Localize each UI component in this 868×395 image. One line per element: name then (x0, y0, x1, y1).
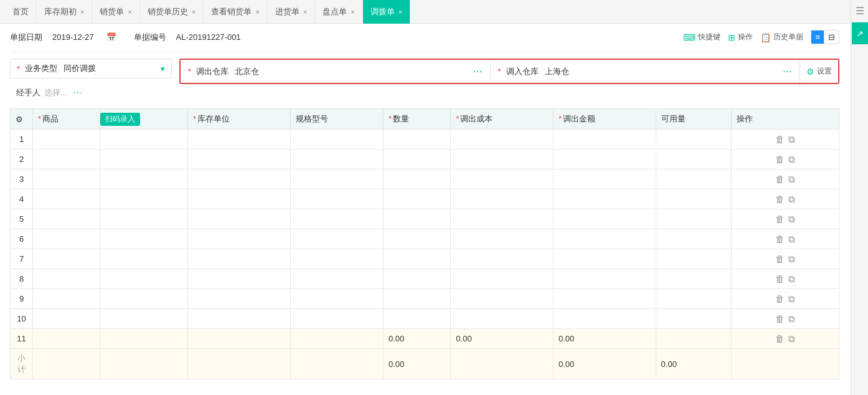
qty-cell-6[interactable] (383, 229, 450, 249)
delete-btn-5[interactable]: 🗑 (775, 214, 785, 224)
qty-cell-8[interactable] (383, 269, 450, 289)
tab-view-sales[interactable]: 查看销货单 × (204, 0, 267, 24)
qty-cell-9[interactable] (383, 289, 450, 309)
copy-btn-2[interactable]: ⧉ (788, 154, 795, 165)
copy-btn-5[interactable]: ⧉ (788, 214, 795, 225)
tab-home[interactable]: 首页 (5, 0, 37, 24)
history-btn[interactable]: 📋 历史单据 (760, 32, 803, 42)
grid-icon: ⊞ (728, 32, 735, 42)
delete-btn-10[interactable]: 🗑 (775, 313, 785, 324)
copy-btn-6[interactable]: ⧉ (788, 234, 795, 245)
spec-cell-6 (290, 229, 383, 249)
amount-cell-8[interactable] (553, 269, 656, 289)
product-cell-5[interactable] (33, 209, 100, 229)
close-tab-sales-history[interactable]: × (192, 8, 196, 16)
operations-btn[interactable]: ⊞ 操作 (728, 32, 753, 42)
copy-btn-4[interactable]: ⧉ (788, 194, 795, 205)
amount-cell-10[interactable] (553, 309, 656, 329)
cost-cell-3[interactable] (451, 169, 554, 189)
list-view-btn[interactable]: ≡ (811, 31, 824, 44)
product-cell-7[interactable] (33, 249, 100, 269)
spec-cell-7 (290, 249, 383, 269)
product-cell-1[interactable] (33, 130, 100, 150)
amount-cell-5[interactable] (553, 209, 656, 229)
tab-sales-history[interactable]: 销货单历史 × (140, 0, 204, 24)
scan-entry-btn[interactable]: 扫码录入 (100, 113, 140, 126)
copy-btn-10[interactable]: ⧉ (788, 313, 795, 325)
qty-cell-5[interactable] (383, 209, 450, 229)
close-tab-inventory-init[interactable]: × (80, 8, 84, 16)
main-content: 单据日期 2019-12-27 📅 单据编号 AL-20191227-001 ⌨… (0, 24, 868, 395)
delete-btn-4[interactable]: 🗑 (775, 194, 785, 204)
delete-btn-11[interactable]: 🗑 (775, 333, 785, 344)
cost-cell-10[interactable] (451, 309, 554, 329)
tab-purchase[interactable]: 进货单 × (268, 0, 315, 24)
cost-cell-4[interactable] (451, 189, 554, 209)
copy-btn-1[interactable]: ⧉ (788, 134, 795, 145)
amount-cell-9[interactable] (553, 289, 656, 309)
copy-btn-9[interactable]: ⧉ (788, 293, 795, 305)
cost-cell-1[interactable] (451, 130, 554, 150)
person-more-btn[interactable]: ··· (73, 87, 82, 98)
amount-cell-4[interactable] (553, 189, 656, 209)
qty-cell-7[interactable] (383, 249, 450, 269)
close-tab-stocktake[interactable]: × (351, 8, 354, 16)
product-cell-9[interactable] (33, 289, 100, 309)
calendar-icon[interactable]: 📅 (106, 32, 116, 42)
close-tab-transfer[interactable]: × (399, 8, 402, 16)
qty-cell-2[interactable] (383, 150, 450, 169)
product-cell-8[interactable] (33, 269, 100, 289)
product-cell-10[interactable] (33, 309, 100, 329)
product-cell-6[interactable] (33, 229, 100, 249)
cost-cell-8[interactable] (451, 269, 554, 289)
close-tab-purchase[interactable]: × (303, 8, 307, 16)
copy-btn-11[interactable]: ⧉ (788, 333, 795, 345)
table-row: 3 🗑 ⧉ (11, 169, 839, 189)
cost-cell-9[interactable] (451, 289, 554, 309)
cost-cell-7[interactable] (451, 249, 554, 269)
qty-cell-1[interactable] (383, 130, 450, 150)
cost-cell-5[interactable] (451, 209, 554, 229)
business-type-dropdown[interactable]: ▾ (161, 64, 165, 74)
tab-sales-order[interactable]: 销货单 × (92, 0, 139, 24)
required-star-in: * (498, 67, 501, 76)
shortcuts-btn[interactable]: ⌨ 快捷键 (683, 32, 720, 42)
tab-inventory-init[interactable]: 库存期初 × (37, 0, 92, 24)
delete-btn-6[interactable]: 🗑 (775, 234, 785, 244)
transfer-in-more-btn[interactable]: ··· (783, 65, 792, 78)
amount-cell-2[interactable] (553, 150, 656, 169)
warehouse-settings-btn[interactable]: ⚙ 设置 (800, 60, 838, 83)
amount-cell-1[interactable] (553, 130, 656, 150)
product-cell-4[interactable] (33, 189, 100, 209)
cost-cell-2[interactable] (451, 150, 554, 169)
qty-cell-10[interactable] (383, 309, 450, 329)
delete-btn-9[interactable]: 🗑 (775, 293, 785, 304)
tab-transfer[interactable]: 调拨单 × (363, 0, 410, 24)
copy-btn-8[interactable]: ⧉ (788, 274, 795, 285)
th-gear[interactable]: ⚙ (11, 109, 33, 130)
copy-btn-3[interactable]: ⧉ (788, 174, 795, 185)
close-tab-view-sales[interactable]: × (255, 8, 259, 16)
right-panel-export-btn[interactable]: ↗ (852, 22, 868, 45)
grid-view-btn[interactable]: ⊟ (824, 31, 839, 44)
delete-btn-8[interactable]: 🗑 (775, 274, 785, 284)
delete-btn-1[interactable]: 🗑 (775, 134, 785, 145)
cost-cell-6[interactable] (451, 229, 554, 249)
amount-cell-7[interactable] (553, 249, 656, 269)
close-tab-sales-order[interactable]: × (128, 8, 131, 16)
product-cell-2[interactable] (33, 150, 100, 169)
amount-cell-3[interactable] (553, 169, 656, 189)
delete-btn-3[interactable]: 🗑 (775, 174, 785, 184)
th-scan[interactable]: 扫码录入 (100, 109, 188, 130)
qty-cell-4[interactable] (383, 189, 450, 209)
tab-stocktake[interactable]: 盘点单 × (315, 0, 362, 24)
amount-cell-6[interactable] (553, 229, 656, 249)
qty-cell-3[interactable] (383, 169, 450, 189)
product-cell-3[interactable] (33, 169, 100, 189)
copy-btn-7[interactable]: ⧉ (788, 254, 795, 265)
transfer-out-more-btn[interactable]: ··· (473, 65, 482, 78)
right-panel-list-btn[interactable]: ☰ (852, 0, 868, 22)
person-select[interactable]: 选择... (44, 87, 67, 98)
delete-btn-2[interactable]: 🗑 (775, 154, 785, 164)
delete-btn-7[interactable]: 🗑 (775, 254, 785, 264)
